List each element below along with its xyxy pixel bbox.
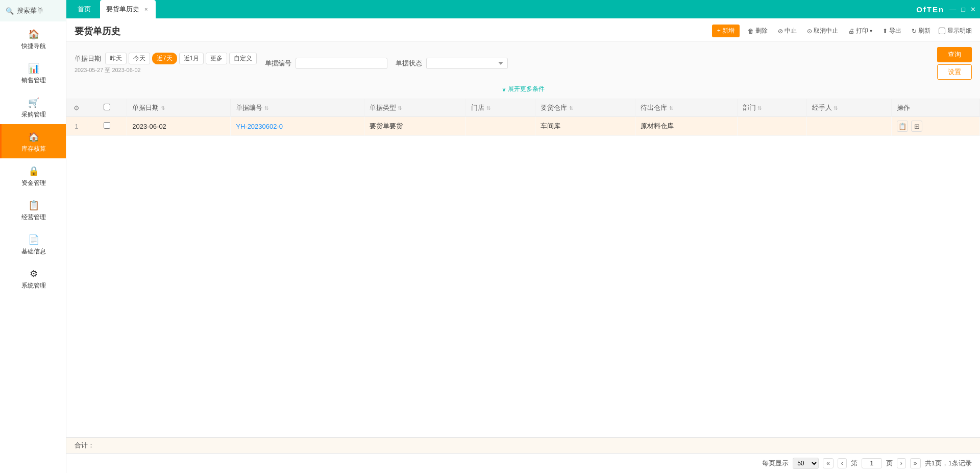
sidebar-item-label: 经营管理 <box>21 213 46 222</box>
delete-label: 删除 <box>755 27 768 35</box>
row-op-detail-btn[interactable]: ⊞ <box>911 121 922 132</box>
table-col-department[interactable]: 部门 ⇅ <box>737 99 806 117</box>
docno-filter-label: 单据编号 <box>265 59 291 68</box>
suspend-icon: ⊘ <box>778 28 783 35</box>
sidebar-search[interactable]: 🔍 搜索菜单 <box>0 0 66 21</box>
chart-icon: 📊 <box>28 63 39 74</box>
print-button[interactable]: 🖨 打印 ▾ <box>846 26 874 36</box>
prev-page-btn[interactable]: ‹ <box>838 458 847 468</box>
sidebar-item-label: 销售管理 <box>21 76 46 85</box>
expand-row: ∨ 展开更多条件 <box>75 83 972 93</box>
add-button[interactable]: + 新增 <box>712 25 740 37</box>
docno-filter-group: 单据编号 <box>265 58 387 69</box>
query-button[interactable]: 查询 <box>937 47 972 62</box>
display-detail-toggle[interactable]: 显示明细 <box>939 27 972 35</box>
row-num: 1 <box>66 117 87 136</box>
last-page-btn[interactable]: » <box>910 458 921 468</box>
date-btn-7days[interactable]: 近7天 <box>152 53 177 64</box>
row-doc-date: 2023-06-02 <box>127 117 231 136</box>
page-label-post: 页 <box>886 459 893 468</box>
sidebar-item-purchase-mgmt[interactable]: 🛒 采购管理 <box>0 90 66 124</box>
department-sort-icon[interactable]: ⇅ <box>757 105 762 111</box>
cancel-suspend-button[interactable]: ⊙ 取消中止 <box>805 26 840 36</box>
date-btn-1month[interactable]: 近1月 <box>179 53 204 64</box>
tab-close-icon[interactable]: × <box>142 5 150 13</box>
table-col-store[interactable]: 门店 ⇅ <box>466 99 535 117</box>
date-btn-more[interactable]: 更多 <box>206 53 227 64</box>
pending-warehouse-sort-icon[interactable]: ⇅ <box>669 105 673 111</box>
doc-no-sort-icon[interactable]: ⇅ <box>264 105 268 111</box>
first-page-btn[interactable]: « <box>823 458 834 468</box>
table-col-doc-type[interactable]: 单据类型 ⇅ <box>364 99 465 117</box>
sidebar-item-label: 资金管理 <box>21 179 46 187</box>
expand-more-btn[interactable]: ∨ 展开更多条件 <box>502 85 545 93</box>
tab-active[interactable]: 要货单历史 × <box>100 0 156 18</box>
close-icon[interactable]: ✕ <box>970 6 976 13</box>
row-checkbox[interactable] <box>104 122 110 129</box>
refresh-icon: ↻ <box>912 28 917 35</box>
page-number-input[interactable] <box>862 458 882 468</box>
doc-date-sort-icon[interactable]: ⇅ <box>161 105 165 111</box>
next-page-btn[interactable]: › <box>897 458 906 468</box>
table-row: 1 2023-06-02 YH-20230602-0 要货单要货 车间库 原材料… <box>66 117 980 136</box>
content-area: 要货单历史 + 新增 🗑 删除 ⊘ 中止 ⊙ 取消中止 🖨 <box>66 18 980 473</box>
select-all-checkbox[interactable] <box>104 104 110 110</box>
display-detail-checkbox[interactable] <box>939 28 945 34</box>
suspend-button[interactable]: ⊘ 中止 <box>776 26 799 36</box>
date-btn-custom[interactable]: 自定义 <box>229 53 257 64</box>
logo-text: OfTEn <box>916 5 944 14</box>
row-op-view-btn[interactable]: 📋 <box>897 121 908 132</box>
refresh-button[interactable]: ↻ 刷新 <box>910 26 933 36</box>
gear-icon: ⚙ <box>30 268 38 279</box>
per-page-select[interactable]: 50 100 200 <box>793 458 819 469</box>
pending-warehouse-label: 待出仓库 <box>641 104 667 111</box>
table-col-doc-no[interactable]: 单据编号 ⇅ <box>231 99 364 117</box>
sidebar-item-finance-mgmt[interactable]: 🔒 资金管理 <box>0 158 66 193</box>
table-col-doc-date[interactable]: 单据日期 ⇅ <box>127 99 231 117</box>
sidebar-item-label: 快捷导航 <box>21 42 46 51</box>
sidebar-item-label: 基础信息 <box>21 247 46 256</box>
minimize-icon[interactable]: — <box>949 6 956 13</box>
req-warehouse-sort-icon[interactable]: ⇅ <box>569 105 573 111</box>
status-select[interactable] <box>426 58 508 69</box>
sidebar-item-system-mgmt[interactable]: ⚙ 系统管理 <box>0 261 66 295</box>
expand-chevron-icon: ∨ <box>502 86 506 93</box>
doc-type-label: 单据类型 <box>370 104 396 111</box>
row-pending-warehouse: 原材料仓库 <box>635 117 737 136</box>
sidebar-item-inventory[interactable]: 🏠 库存核算 <box>0 124 66 158</box>
tab-home[interactable]: 首页 <box>70 0 98 18</box>
sidebar-item-basic-info[interactable]: 📄 基础信息 <box>0 227 66 261</box>
table-header-row: ⚙ 单据日期 ⇅ 单据编号 ⇅ 单据类型 <box>66 99 980 117</box>
handler-sort-icon[interactable]: ⇅ <box>834 105 838 111</box>
print-icon: 🖨 <box>848 28 854 35</box>
row-doc-no-link[interactable]: YH-20230602-0 <box>236 123 283 130</box>
docno-filter-input[interactable] <box>296 58 387 69</box>
export-button[interactable]: ⬆ 导出 <box>880 26 903 36</box>
sidebar-item-sales-mgmt[interactable]: 📊 销售管理 <box>0 56 66 90</box>
table-col-settings[interactable]: ⚙ <box>66 99 87 117</box>
row-department <box>737 117 806 136</box>
table-area: ⚙ 单据日期 ⇅ 单据编号 ⇅ 单据类型 <box>66 99 980 437</box>
total-label: 合计： <box>75 441 94 449</box>
row-checkbox-cell <box>87 117 127 136</box>
status-filter-group: 单据状态 <box>396 58 508 69</box>
doc-type-sort-icon[interactable]: ⇅ <box>398 105 402 111</box>
sidebar-item-operations-mgmt[interactable]: 📋 经营管理 <box>0 193 66 227</box>
settings-button[interactable]: 设置 <box>937 64 972 80</box>
date-btn-today[interactable]: 今天 <box>129 53 150 64</box>
delete-button[interactable]: 🗑 删除 <box>746 26 770 36</box>
department-label: 部门 <box>743 104 756 111</box>
store-sort-icon[interactable]: ⇅ <box>486 105 491 111</box>
table-col-handler[interactable]: 经手人 ⇅ <box>806 99 891 117</box>
maximize-icon[interactable]: □ <box>961 6 965 13</box>
table-col-pending-warehouse[interactable]: 待出仓库 ⇅ <box>635 99 737 117</box>
export-icon: ⬆ <box>883 28 888 35</box>
page-title: 要货单历史 <box>75 25 120 37</box>
table-col-checkbox <box>87 99 127 117</box>
row-doc-no: YH-20230602-0 <box>231 117 364 136</box>
date-btn-yesterday[interactable]: 昨天 <box>105 53 127 64</box>
row-operations: 📋 ⊞ <box>891 117 979 136</box>
cancel-suspend-label: 取消中止 <box>814 27 838 35</box>
table-col-req-warehouse[interactable]: 要货仓库 ⇅ <box>535 99 635 117</box>
sidebar-item-quick-nav[interactable]: 🏠 快捷导航 <box>0 21 66 56</box>
